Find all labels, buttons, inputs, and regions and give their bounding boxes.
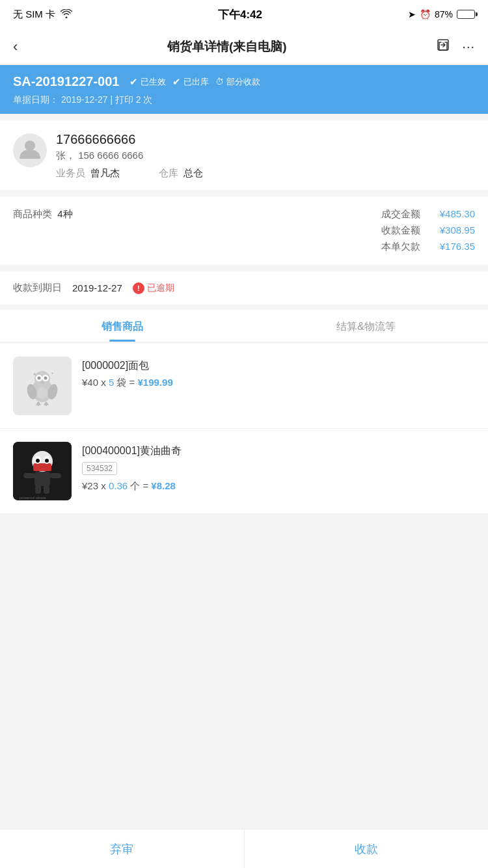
more-button[interactable]: ··· — [462, 39, 475, 54]
status-left: 无 SIM 卡 — [13, 8, 72, 21]
product-type-info: 商品种类 4种 — [13, 208, 73, 221]
svg-point-18 — [37, 387, 47, 399]
back-button[interactable]: ‹ — [13, 38, 18, 55]
product-item: powered whata [000400001]黄油曲奇 534532 ¥23… — [0, 429, 488, 514]
overdue-badge: ! 已逾期 — [133, 282, 174, 294]
product-tag-cookie: 534532 — [82, 462, 117, 475]
check-icon-effective: ✔ — [129, 76, 138, 88]
customer-meta: 业务员 曾凡杰 仓库 总仓 — [56, 167, 475, 180]
tabs-section: 销售商品 结算&物流等 — [0, 310, 488, 342]
battery-icon — [457, 10, 475, 19]
product-total-cookie: ¥8.28 — [151, 480, 176, 491]
debt-amount-row: 本单欠款 ¥176.35 — [381, 241, 475, 253]
deal-label: 成交金额 — [381, 208, 420, 221]
status-time: 下午4:42 — [218, 7, 262, 22]
product-details-cookie: [000400001]黄油曲奇 534532 ¥23 x 0.36 个 = ¥8… — [82, 442, 475, 493]
svg-text:powered whata: powered whata — [20, 496, 46, 500]
warehouse-info: 仓库 总仓 — [159, 167, 203, 180]
badge-shipped: ✔ 已出库 — [172, 76, 209, 88]
svg-rect-28 — [34, 472, 50, 486]
product-qty-bread: 5 — [109, 377, 114, 388]
product-name-bread: [0000002]面包 — [82, 359, 475, 373]
svg-point-26 — [36, 459, 40, 463]
product-name-cookie: [000400001]黄油曲奇 — [82, 444, 475, 458]
svg-point-1 — [25, 141, 35, 151]
tabs: 销售商品 结算&物流等 — [0, 310, 488, 342]
deal-value: ¥485.30 — [440, 208, 475, 221]
bottom-bar: 弃审 收款 — [0, 829, 488, 868]
product-total-bread: ¥199.99 — [138, 377, 173, 388]
tab-sales-products[interactable]: 销售商品 — [0, 310, 244, 342]
order-id: SA-20191227-001 — [13, 74, 119, 89]
svg-rect-32 — [44, 485, 49, 494]
due-date: 2019-12-27 — [72, 282, 122, 293]
due-label: 收款到期日 — [13, 282, 62, 294]
clock-icon: ⏱ — [215, 77, 224, 87]
debt-value: ¥176.35 — [440, 241, 475, 253]
svg-text:✦: ✦ — [33, 372, 37, 377]
status-bar: 无 SIM 卡 下午4:42 ➤ ⏰ 87% — [0, 0, 488, 29]
date-value: 2019-12-27 — [61, 94, 108, 105]
debt-label: 本单欠款 — [381, 241, 420, 253]
nav-bar: ‹ 销货单详情(来自电脑) ··· — [0, 29, 488, 65]
financial-summary: 成交金额 ¥485.30 收款金额 ¥308.95 本单欠款 ¥176.35 — [381, 208, 475, 253]
overdue-icon: ! — [133, 282, 144, 294]
print-info: | 打印 2 次 — [110, 94, 152, 105]
receipt-amount-row: 收款金额 ¥308.95 — [381, 224, 475, 237]
check-icon-shipped: ✔ — [172, 76, 181, 88]
battery-text: 87% — [435, 9, 453, 20]
product-details-bread: [0000002]面包 ¥40 x 5 袋 = ¥199.99 — [82, 357, 475, 389]
page-title: 销货单详情(来自电脑) — [167, 38, 287, 55]
svg-rect-29 — [23, 473, 35, 478]
confirm-button[interactable]: 收款 — [245, 830, 489, 868]
warehouse-value: 总仓 — [183, 167, 203, 178]
svg-rect-31 — [35, 485, 41, 494]
banner-date-row: 单据日期： 2019-12-27 | 打印 2 次 — [13, 94, 475, 106]
due-section: 收款到期日 2019-12-27 ! 已逾期 — [0, 271, 488, 305]
product-list: ✦ ✦ [0000002]面包 ¥40 x 5 袋 = ¥199.99 — [0, 344, 488, 514]
customer-section: 17666666666 张， 156 6666 6666 业务员 曾凡杰 仓库 … — [0, 120, 488, 190]
svg-text:✦: ✦ — [51, 372, 54, 375]
cancel-button[interactable]: 弃审 — [0, 830, 245, 868]
svg-point-7 — [38, 377, 41, 380]
product-count: 4种 — [57, 208, 72, 219]
owl-image: ✦ ✦ — [13, 357, 72, 415]
status-right: ➤ ⏰ 87% — [408, 9, 475, 20]
product-type-label: 商品种类 — [13, 208, 52, 219]
tab-settlement[interactable]: 结算&物流等 — [244, 310, 488, 342]
salesperson-info: 业务员 曾凡杰 — [56, 167, 120, 180]
receipt-label: 收款金额 — [381, 224, 420, 237]
badge-partial: ⏱ 部分收款 — [215, 76, 260, 88]
product-price-cookie: ¥23 x 0.36 个 = ¥8.28 — [82, 480, 475, 493]
customer-avatar — [13, 133, 47, 167]
header-banner: SA-20191227-001 ✔ 已生效 ✔ 已出库 ⏱ 部分收款 单据日期：… — [0, 65, 488, 114]
product-image-cookie: powered whata — [13, 442, 72, 500]
banner-badges: ✔ 已生效 ✔ 已出库 ⏱ 部分收款 — [129, 76, 260, 88]
customer-id: 17666666666 — [56, 132, 475, 147]
salesperson-value: 曾凡杰 — [90, 167, 120, 178]
carrier-text: 无 SIM 卡 — [13, 8, 55, 21]
product-image-bread: ✦ ✦ — [13, 357, 72, 415]
customer-info: 17666666666 张， 156 6666 6666 业务员 曾凡杰 仓库 … — [56, 132, 475, 180]
warehouse-label: 仓库 — [159, 167, 178, 178]
wifi-icon — [61, 9, 72, 20]
product-price-bread: ¥40 x 5 袋 = ¥199.99 — [82, 377, 475, 389]
summary-section: 商品种类 4种 成交金额 ¥485.30 收款金额 ¥308.95 本单欠款 ¥… — [0, 197, 488, 265]
share-button[interactable] — [436, 38, 450, 55]
alarm-icon: ⏰ — [420, 9, 431, 20]
deal-amount-row: 成交金额 ¥485.30 — [381, 208, 475, 221]
overdue-text: 已逾期 — [147, 282, 174, 294]
badge-effective: ✔ 已生效 — [129, 76, 166, 88]
nav-actions: ··· — [436, 38, 475, 55]
svg-rect-30 — [49, 473, 61, 478]
svg-rect-23 — [33, 463, 51, 471]
product-qty-cookie: 0.36 — [109, 480, 128, 491]
svg-point-8 — [44, 377, 47, 380]
date-label: 单据日期： — [13, 94, 59, 105]
svg-point-27 — [45, 459, 49, 463]
banner-row1: SA-20191227-001 ✔ 已生效 ✔ 已出库 ⏱ 部分收款 — [13, 74, 475, 89]
avatar-icon — [18, 137, 42, 165]
location-icon: ➤ — [408, 9, 416, 20]
customer-phone: 张， 156 6666 6666 — [56, 150, 475, 162]
product-item: ✦ ✦ [0000002]面包 ¥40 x 5 袋 = ¥199.99 — [0, 344, 488, 429]
